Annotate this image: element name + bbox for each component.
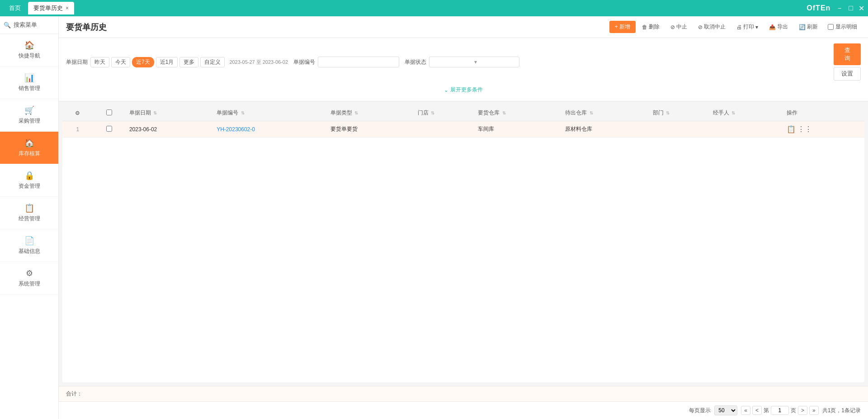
refresh-button[interactable]: 🔄 刷新: [794, 21, 822, 33]
minimize-icon[interactable]: －: [836, 4, 843, 13]
col-req-warehouse-sort[interactable]: ⇅: [502, 110, 506, 115]
page-navigation: « < 第 页 > »: [741, 406, 818, 415]
sidebar-operation-label: 经营管理: [19, 215, 40, 223]
basic-info-icon: 📄: [24, 236, 34, 246]
cell-bill-type: 要货单要货: [327, 121, 414, 138]
more-icon[interactable]: ⋮⋮: [797, 125, 812, 133]
tab-home[interactable]: 首页: [4, 2, 26, 14]
date-filter-group: 单据日期 昨天 今天 近7天 近1月 更多 自定义 2023-05-27 至 2…: [66, 57, 288, 67]
display-detail-input[interactable]: [828, 24, 834, 30]
search-icon: 🔍: [4, 22, 11, 29]
tab-requisition-label: 要货单历史: [33, 4, 63, 12]
view-icon[interactable]: 📋: [787, 125, 796, 133]
page-input[interactable]: [771, 406, 789, 415]
stop-icon: ⊘: [670, 24, 675, 30]
col-bill-type-label: 单据类型: [330, 110, 352, 116]
sidebar-item-operation[interactable]: 📋 经营管理: [0, 197, 58, 229]
col-department-sort[interactable]: ⇅: [666, 110, 670, 115]
cell-department: [649, 121, 709, 138]
sidebar-item-fund[interactable]: 🔒 资金管理: [0, 164, 58, 197]
col-operation-label: 操作: [787, 110, 797, 116]
col-bill-type-sort[interactable]: ⇅: [354, 110, 358, 115]
col-checkbox[interactable]: [93, 105, 125, 121]
sidebar-item-system[interactable]: ⚙ 系统管理: [0, 262, 58, 295]
bill-status-select[interactable]: ▾: [429, 57, 519, 67]
page-header: 要货单历史 + 新增 🗑 删除 ⊘ 中止 ⊘ 取消中止 🖨 打印: [59, 16, 868, 38]
page-label: 第: [764, 407, 769, 414]
display-detail-checkbox[interactable]: 显示明细: [824, 21, 861, 33]
maximize-icon[interactable]: □: [849, 4, 853, 12]
date-btn-yesterday[interactable]: 昨天: [90, 57, 109, 67]
quick-nav-icon: 🏠: [24, 40, 34, 50]
last-page-btn[interactable]: »: [809, 406, 819, 415]
date-btn-today[interactable]: 今天: [111, 57, 130, 67]
col-handler-label: 经手人: [713, 110, 729, 116]
col-bill-no-label: 单据编号: [217, 110, 238, 116]
cancel-stop-button[interactable]: ⊘ 取消中止: [693, 21, 730, 33]
data-table: ⚙ 单据日期 ⇅ 单据编号 ⇅ 单据类型 ⇅: [62, 105, 864, 138]
table-header-row: ⚙ 单据日期 ⇅ 单据编号 ⇅ 单据类型 ⇅: [62, 105, 864, 121]
date-filter-label: 单据日期: [66, 58, 88, 66]
sidebar-search[interactable]: 🔍 搜索菜单: [0, 16, 58, 34]
tab-requisition-history[interactable]: 要货单历史 ×: [28, 2, 74, 14]
date-btn-custom[interactable]: 自定义: [200, 57, 225, 67]
col-bill-no-sort[interactable]: ⇅: [241, 110, 245, 115]
cell-checkbox[interactable]: [93, 121, 125, 138]
row-checkbox[interactable]: [106, 126, 112, 132]
col-pending-warehouse-sort[interactable]: ⇅: [590, 110, 593, 115]
col-store-sort[interactable]: ⇅: [431, 110, 434, 115]
select-all-checkbox[interactable]: [106, 110, 112, 115]
stop-button[interactable]: ⊘ 中止: [666, 21, 692, 33]
date-btn-7days[interactable]: 近7天: [132, 57, 154, 67]
bill-status-label: 单据状态: [405, 58, 426, 66]
inventory-icon: 🏠: [24, 138, 34, 148]
operation-icon: 📋: [24, 203, 34, 213]
sidebar-item-inventory[interactable]: 🏠 库存核算: [0, 132, 58, 164]
date-range-display: 2023-05-27 至 2023-06-02: [229, 59, 288, 66]
total-info: 共1页，1条记录: [822, 407, 861, 414]
next-page-btn[interactable]: >: [798, 406, 807, 415]
fund-icon: 🔒: [24, 171, 34, 181]
per-page-label: 每页显示: [689, 407, 711, 414]
main-layout: 🔍 搜索菜单 🏠 快捷导航 📊 销售管理 🛒 采购管理 🏠 库存核算 🔒 资金管…: [0, 16, 868, 419]
col-handler: 经手人 ⇅: [709, 105, 783, 121]
bill-no-input[interactable]: [318, 57, 399, 67]
col-settings[interactable]: ⚙: [62, 105, 93, 121]
col-date-sort[interactable]: ⇅: [153, 110, 157, 115]
col-handler-sort[interactable]: ⇅: [731, 110, 735, 115]
per-page-select[interactable]: 50 100 200: [714, 405, 737, 415]
tab-home-label: 首页: [9, 4, 21, 12]
new-button[interactable]: + 新增: [609, 21, 636, 33]
system-icon: ⚙: [26, 268, 33, 278]
export-button[interactable]: 📤 导出: [764, 21, 793, 33]
close-icon[interactable]: ✕: [859, 4, 864, 13]
toolbar: + 新增 🗑 删除 ⊘ 中止 ⊘ 取消中止 🖨 打印 ▾: [609, 21, 861, 33]
sidebar-item-sales[interactable]: 📊 销售管理: [0, 67, 58, 99]
first-page-btn[interactable]: «: [741, 406, 750, 415]
sidebar-item-quick-nav[interactable]: 🏠 快捷导航: [0, 34, 58, 67]
bill-status-dropdown-icon: ▾: [474, 59, 515, 65]
bill-no-group: 单据编号: [293, 57, 399, 67]
window-controls: OfTEn － □ ✕: [807, 4, 864, 13]
col-bill-type: 单据类型 ⇅: [327, 105, 414, 121]
date-btn-1month[interactable]: 近1月: [156, 57, 178, 67]
setting-button[interactable]: 设置: [834, 67, 861, 81]
cell-req-warehouse: 车间库: [474, 121, 561, 138]
query-button[interactable]: 查询: [834, 43, 861, 65]
date-btn-more[interactable]: 更多: [179, 57, 198, 67]
sidebar-item-purchase[interactable]: 🛒 采购管理: [0, 99, 58, 132]
bill-no-link[interactable]: YH-20230602-0: [217, 126, 255, 133]
prev-page-btn[interactable]: <: [752, 406, 762, 415]
sidebar-item-basic-info[interactable]: 📄 基础信息: [0, 229, 58, 262]
delete-button[interactable]: 🗑 删除: [637, 21, 664, 33]
expand-more-btn[interactable]: ⌄ 展开更多条件: [66, 84, 861, 95]
cell-num: 1: [62, 121, 93, 138]
print-dropdown-icon[interactable]: ▾: [755, 24, 758, 30]
print-button[interactable]: 🖨 打印 ▾: [732, 21, 763, 33]
tab-close-icon[interactable]: ×: [66, 5, 69, 11]
export-icon: 📤: [769, 24, 776, 30]
refresh-label: 刷新: [807, 23, 818, 31]
filter-actions: 查询 设置: [834, 43, 861, 81]
cell-bill-no[interactable]: YH-20230602-0: [213, 121, 327, 138]
page-unit-label: 页: [791, 407, 796, 414]
